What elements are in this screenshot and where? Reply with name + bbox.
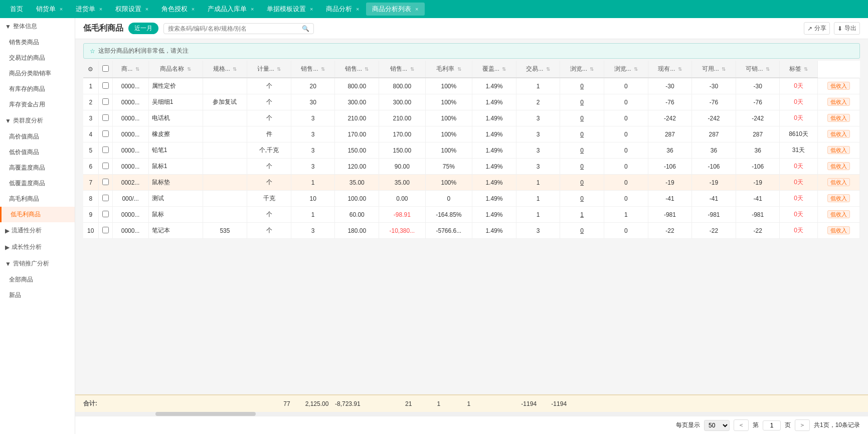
col-unit[interactable]: 计量... ⇅ bbox=[247, 61, 291, 78]
sidebar-group-growth[interactable]: ▶ 成长性分析 bbox=[0, 239, 75, 255]
sidebar-group-cluster[interactable]: ▼ 类群度分析 bbox=[0, 112, 75, 129]
col-sales-qty[interactable]: 销售... ⇅ bbox=[291, 61, 335, 78]
close-permission-icon[interactable]: × bbox=[145, 6, 148, 12]
col-view1[interactable]: 浏览... ⇅ bbox=[560, 61, 604, 78]
sidebar-item-low-coverage[interactable]: 低覆盖度商品 bbox=[0, 176, 75, 191]
filter-recent-month-button[interactable]: 近一月 bbox=[128, 23, 158, 34]
sidebar-item-capital[interactable]: 库存资金占用 bbox=[0, 97, 75, 112]
row-checkbox-2[interactable] bbox=[102, 114, 109, 121]
col-profit-pct[interactable]: 毛利率 ⇅ bbox=[425, 61, 472, 78]
row-checkbox-7[interactable] bbox=[102, 195, 109, 201]
sidebar-item-traded-goods[interactable]: 交易过的商品 bbox=[0, 50, 75, 66]
col-checkbox[interactable] bbox=[98, 61, 112, 78]
nav-role[interactable]: 角色授权 × bbox=[155, 3, 201, 16]
nav-home[interactable]: 首页 bbox=[4, 3, 29, 16]
nav-goods-analysis-list[interactable]: 商品分析列表 × bbox=[366, 3, 424, 16]
col-code[interactable]: 商... ⇅ bbox=[112, 61, 148, 78]
close-goods-analysis-icon[interactable]: × bbox=[356, 6, 359, 12]
sidebar-item-high-coverage[interactable]: 高覆盖度商品 bbox=[0, 160, 75, 176]
row-checkbox-4[interactable] bbox=[102, 147, 109, 153]
search-input[interactable] bbox=[168, 25, 300, 32]
close-goods-analysis-list-icon[interactable]: × bbox=[415, 6, 418, 12]
sidebar-item-high-margin[interactable]: 高毛利商品 bbox=[0, 191, 75, 207]
col-trade[interactable]: 交易... ⇅ bbox=[516, 61, 560, 78]
row-cb-3[interactable] bbox=[98, 126, 112, 142]
col-settings[interactable]: ⚙ bbox=[83, 61, 98, 78]
row-checkbox-9[interactable] bbox=[102, 227, 109, 233]
row-checkbox-1[interactable] bbox=[102, 98, 109, 105]
sidebar-group-marketing[interactable]: ▼ 营销推广分析 bbox=[0, 255, 75, 272]
row-trade-2[interactable]: 0 bbox=[560, 110, 604, 126]
row-cb-8[interactable] bbox=[98, 207, 112, 223]
row-gross-rate-3: 1.49% bbox=[472, 126, 516, 142]
row-sales-profit-9: -10,380... bbox=[379, 223, 426, 239]
prev-page-button[interactable]: ＜ bbox=[734, 419, 749, 431]
row-checkbox-8[interactable] bbox=[102, 211, 109, 217]
row-cb-0[interactable] bbox=[98, 78, 112, 94]
page-input[interactable] bbox=[763, 420, 781, 430]
close-template-icon[interactable]: × bbox=[310, 6, 313, 12]
row-trade-3[interactable]: 0 bbox=[560, 126, 604, 142]
col-sales-price[interactable]: 销售... ⇅ bbox=[335, 61, 379, 78]
row-checkbox-3[interactable] bbox=[102, 130, 109, 137]
col-days[interactable]: 可销... ⇅ bbox=[736, 61, 780, 78]
sidebar-group-overall[interactable]: ▼ 整体信息 bbox=[0, 18, 75, 35]
table-body: 1 0000... 属性定价 个 20 800.00 800.00 100% 1… bbox=[83, 78, 860, 239]
row-checkbox-5[interactable] bbox=[102, 163, 109, 169]
row-trade-6[interactable]: 0 bbox=[560, 175, 604, 191]
row-checkbox-0[interactable] bbox=[102, 82, 109, 89]
close-purchase-icon[interactable]: × bbox=[99, 6, 102, 12]
sidebar-group-circulation[interactable]: ▶ 流通性分析 bbox=[0, 222, 75, 239]
row-trade-8[interactable]: 1 bbox=[560, 207, 604, 223]
col-available[interactable]: 可用... ⇅ bbox=[692, 61, 736, 78]
col-name[interactable]: 商品名称 ⇅ bbox=[148, 61, 203, 78]
col-tag[interactable]: 标签 ⇅ bbox=[780, 61, 817, 78]
nav-permission[interactable]: 权限设置 × bbox=[109, 3, 154, 16]
nav-goods-analysis[interactable]: 商品分析 × bbox=[320, 3, 365, 16]
col-sales-profit[interactable]: 销售... ⇅ bbox=[379, 61, 426, 78]
row-cb-6[interactable] bbox=[98, 175, 112, 191]
scroll-thumb[interactable] bbox=[155, 412, 256, 416]
close-sales-icon[interactable]: × bbox=[60, 6, 63, 12]
sidebar-item-low-margin[interactable]: 低毛利商品 bbox=[0, 207, 75, 222]
sidebar-item-category-rate[interactable]: 商品分类助销率 bbox=[0, 66, 75, 81]
row-cb-7[interactable] bbox=[98, 191, 112, 207]
nav-product-entry[interactable]: 产成品入库单 × bbox=[202, 3, 260, 16]
scroll-track[interactable] bbox=[75, 412, 868, 416]
sidebar-item-sales-goods[interactable]: 销售类商品 bbox=[0, 35, 75, 50]
col-coverage[interactable]: 覆盖... ⇅ bbox=[472, 61, 516, 78]
sidebar-item-low-value[interactable]: 低价值商品 bbox=[0, 144, 75, 160]
share-button[interactable]: ↗ 分享 bbox=[804, 22, 830, 35]
page-size-select[interactable]: 50 100 200 bbox=[704, 420, 730, 431]
row-trade-1[interactable]: 0 bbox=[560, 94, 604, 110]
row-cb-2[interactable] bbox=[98, 110, 112, 126]
row-cb-9[interactable] bbox=[98, 223, 112, 239]
sidebar-item-in-stock[interactable]: 有库存的商品 bbox=[0, 81, 75, 97]
col-view2[interactable]: 浏览... ⇅ bbox=[604, 61, 648, 78]
tag-badge-2: 低收入 bbox=[827, 114, 850, 122]
row-trade-0[interactable]: 0 bbox=[560, 78, 604, 94]
sidebar-item-high-value[interactable]: 高价值商品 bbox=[0, 129, 75, 144]
row-checkbox-6[interactable] bbox=[102, 179, 109, 185]
nav-sales[interactable]: 销货单 × bbox=[30, 3, 69, 16]
next-page-button[interactable]: ＞ bbox=[795, 419, 810, 431]
row-trade-4[interactable]: 0 bbox=[560, 142, 604, 159]
search-icon[interactable]: 🔍 bbox=[302, 25, 309, 32]
close-role-icon[interactable]: × bbox=[192, 6, 195, 12]
row-trade-7[interactable]: 0 bbox=[560, 191, 604, 207]
row-trade-5[interactable]: 0 bbox=[560, 159, 604, 175]
row-cb-5[interactable] bbox=[98, 159, 112, 175]
col-current[interactable]: 现有... ⇅ bbox=[648, 61, 692, 78]
col-spec[interactable]: 规格... ⇅ bbox=[203, 61, 247, 78]
select-all-checkbox[interactable] bbox=[102, 65, 109, 72]
table-wrapper[interactable]: ⚙ 商... ⇅ 商品名称 ⇅ 规格... ⇅ 计量... ⇅ 销售... ⇅ … bbox=[75, 61, 868, 394]
sidebar-item-all-goods[interactable]: 全部商品 bbox=[0, 272, 75, 287]
row-trade-9[interactable]: 0 bbox=[560, 223, 604, 239]
sidebar-item-new-goods[interactable]: 新品 bbox=[0, 287, 75, 303]
export-button[interactable]: ⬇ 导出 bbox=[834, 22, 860, 35]
row-cb-1[interactable] bbox=[98, 94, 112, 110]
row-cb-4[interactable] bbox=[98, 142, 112, 159]
nav-template[interactable]: 单据模板设置 × bbox=[261, 3, 319, 16]
nav-purchase[interactable]: 进货单 × bbox=[70, 3, 108, 16]
close-product-entry-icon[interactable]: × bbox=[251, 6, 254, 12]
